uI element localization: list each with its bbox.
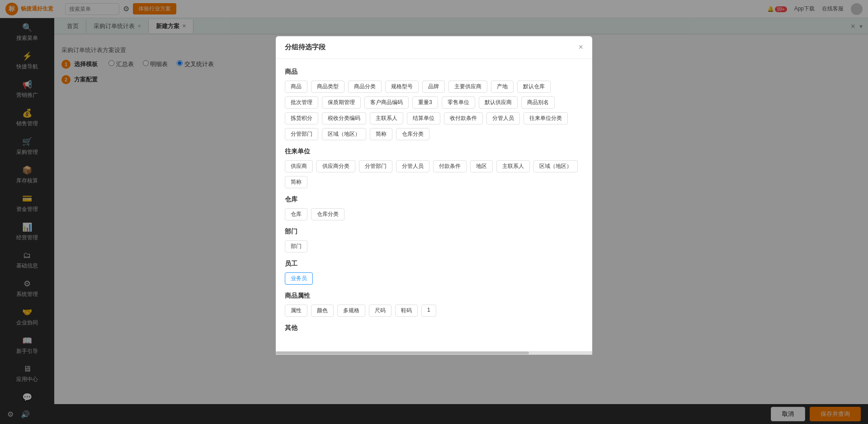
scrollbar-thumb — [276, 352, 529, 354]
field-tag-retail-unit[interactable]: 零售单位 — [442, 96, 475, 109]
field-tag-multi-spec[interactable]: 多规格 — [337, 305, 365, 317]
field-tag-goods-type[interactable]: 商品类型 — [311, 81, 344, 93]
field-tag-supplier[interactable]: 供应商 — [285, 160, 313, 172]
employee-tag-grid: 业务员 — [285, 272, 583, 285]
attrs-tag-grid: 属性 颜色 多规格 尺码 鞋码 1 — [285, 305, 583, 317]
field-tag-pay-terms[interactable]: 付款条件 — [433, 160, 467, 172]
field-tag-salesperson[interactable]: 业务员 — [285, 272, 313, 285]
section-title-dept: 部门 — [285, 228, 583, 236]
field-tag-main-contact2[interactable]: 主联系人 — [496, 160, 530, 172]
field-tag-main-contact[interactable]: 主联系人 — [370, 112, 403, 124]
modal-title: 分组待选字段 — [285, 43, 326, 52]
field-tag-pick-score[interactable]: 拣货积分 — [285, 112, 318, 124]
field-tag-region2[interactable]: 区域（地区） — [533, 160, 578, 172]
field-tag-size[interactable]: 尺码 — [369, 305, 392, 317]
field-tag-weight[interactable]: 重量3 — [412, 96, 438, 109]
field-tag-color[interactable]: 颜色 — [311, 305, 334, 317]
field-tag-default-warehouse[interactable]: 默认仓库 — [517, 81, 551, 93]
field-tag-shelf-life[interactable]: 保质期管理 — [322, 96, 361, 109]
field-tag-supervisor2[interactable]: 分管人员 — [396, 160, 429, 172]
modal-close-button[interactable]: × — [578, 43, 583, 52]
modal-horizontal-scrollbar[interactable] — [276, 351, 592, 355]
warehouse-tag-grid: 仓库 仓库分类 — [285, 208, 583, 220]
field-tag-dept3[interactable]: 部门 — [285, 240, 307, 252]
field-tag-spec[interactable]: 规格型号 — [385, 81, 419, 93]
field-tag-batch[interactable]: 批次管理 — [285, 96, 318, 109]
field-tag-dept2[interactable]: 分管部门 — [359, 160, 392, 172]
field-tag-warehouse-cat2[interactable]: 仓库分类 — [311, 208, 344, 220]
field-tag-supplier-cat[interactable]: 供应商分类 — [316, 160, 355, 172]
section-title-employee: 员工 — [285, 260, 583, 268]
section-title-warehouse: 仓库 — [285, 195, 583, 204]
field-tag-payment-terms[interactable]: 收付款条件 — [444, 112, 483, 124]
field-tag-area[interactable]: 地区 — [470, 160, 493, 172]
field-tag-customer-code[interactable]: 客户商品编码 — [364, 96, 409, 109]
field-tag-shoe-size[interactable]: 鞋码 — [395, 305, 418, 317]
field-tag-goods[interactable]: 商品 — [285, 81, 307, 93]
section-title-attrs: 商品属性 — [285, 292, 583, 300]
field-tag-warehouse[interactable]: 仓库 — [285, 208, 307, 220]
dept-tag-grid: 部门 — [285, 240, 583, 252]
field-tag-partner-cat[interactable]: 往来单位分类 — [524, 112, 568, 124]
field-tag-brand[interactable]: 品牌 — [422, 81, 445, 93]
field-tag-goods-cat[interactable]: 商品分类 — [348, 81, 382, 93]
field-tag-default-supplier[interactable]: 默认供应商 — [479, 96, 518, 109]
section-title-goods: 商品 — [285, 68, 583, 76]
field-tag-attr[interactable]: 属性 — [285, 305, 307, 317]
partner-tag-grid: 供应商 供应商分类 分管部门 分管人员 付款条件 地区 主联系人 区域（地区） … — [285, 160, 583, 188]
field-tag-alias[interactable]: 商品别名 — [521, 96, 555, 109]
field-tag-settle-unit[interactable]: 结算单位 — [407, 112, 440, 124]
section-title-partner: 往来单位 — [285, 148, 583, 156]
goods-tag-grid: 商品 商品类型 商品分类 规格型号 品牌 主要供应商 产地 默认仓库 批次管理 … — [285, 81, 583, 140]
field-tag-warehouse-cat[interactable]: 仓库分类 — [396, 128, 429, 140]
field-tag-tax-code[interactable]: 税收分类编码 — [322, 112, 366, 124]
field-select-modal: 分组待选字段 × 商品 商品 商品类型 商品分类 规格型号 品牌 主要供应商 产… — [276, 36, 592, 355]
section-title-other: 其他 — [285, 324, 583, 332]
modal-header: 分组待选字段 × — [276, 36, 592, 59]
field-tag-dept[interactable]: 分管部门 — [285, 128, 318, 140]
field-tag-origin[interactable]: 产地 — [491, 81, 514, 93]
field-tag-short-name2[interactable]: 简称 — [285, 176, 307, 188]
field-tag-num1[interactable]: 1 — [421, 305, 436, 317]
field-tag-region[interactable]: 区域（地区） — [322, 128, 366, 140]
field-tag-main-supplier[interactable]: 主要供应商 — [448, 81, 487, 93]
field-tag-supervisor[interactable]: 分管人员 — [486, 112, 520, 124]
field-tag-short-name[interactable]: 简称 — [370, 128, 392, 140]
modal-body: 商品 商品 商品类型 商品分类 规格型号 品牌 主要供应商 产地 默认仓库 批次… — [276, 59, 592, 351]
